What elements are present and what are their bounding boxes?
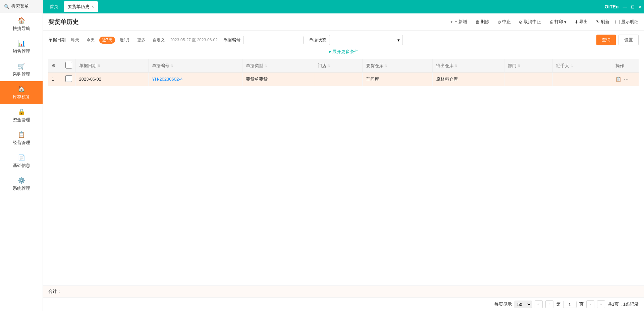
th-handler: 经手人 ⇅ — [552, 59, 612, 73]
cell-checkbox — [62, 73, 75, 86]
refresh-button[interactable]: ↻ 刷新 — [594, 17, 611, 26]
page-number-input[interactable] — [563, 301, 577, 308]
export-button[interactable]: ⬇ 导出 — [573, 17, 590, 26]
cell-req-warehouse: 车间库 — [363, 73, 433, 86]
last-page-button[interactable]: » — [597, 300, 605, 308]
date-filter-label: 单据日期 — [48, 37, 66, 43]
sidebar-item-finance[interactable]: 🔒 资金管理 — [0, 104, 43, 127]
th-store: 门店 ⇅ — [314, 59, 363, 73]
delete-button[interactable]: 🗑 删除 — [473, 17, 491, 26]
cell-department — [504, 73, 552, 86]
filter-area: 单据日期 昨天 今天 近7天 近1月 更多 自定义 2023-05-27 至 2… — [43, 31, 644, 59]
more-icon[interactable]: ⋯ — [624, 77, 629, 82]
refresh-label: 刷新 — [601, 19, 609, 25]
next-page-button[interactable]: › — [586, 300, 594, 308]
per-page-select[interactable]: 20 50 100 — [515, 301, 532, 308]
date-option-yesterday[interactable]: 昨天 — [68, 37, 82, 44]
sidebar-item-label: 库存核算 — [13, 94, 30, 100]
gear-icon: ⚙️ — [18, 177, 25, 184]
minimize-btn[interactable]: — — [623, 4, 627, 9]
select-all-checkbox[interactable] — [65, 62, 72, 69]
delete-icon: 🗑 — [475, 19, 480, 25]
sidebar-item-basic-info[interactable]: 📄 基础信息 — [0, 150, 43, 173]
th-doc-type: 单据类型 ⇅ — [243, 59, 314, 73]
maximize-btn[interactable]: ⊡ — [631, 4, 635, 9]
date-option-today[interactable]: 今天 — [84, 37, 97, 44]
sidebar-item-label: 快捷导航 — [13, 26, 30, 32]
search-menu-item[interactable]: 🔍 搜索菜单 — [0, 0, 43, 13]
tab-close-icon[interactable]: × — [92, 4, 94, 9]
date-option-custom[interactable]: 自定义 — [150, 37, 167, 44]
stop-button[interactable]: ⊘ 中止 — [495, 17, 513, 26]
cell-pending-warehouse: 原材料仓库 — [433, 73, 504, 86]
lock-icon: 🔒 — [18, 108, 25, 116]
sidebar-item-label: 经营管理 — [13, 140, 30, 146]
doc-number-input[interactable] — [243, 36, 304, 44]
search-menu-label: 搜索菜单 — [11, 3, 29, 9]
export-icon: ⬇ — [575, 19, 578, 25]
sort-icon: ⇅ — [264, 64, 267, 68]
sidebar-item-quick-nav[interactable]: 🏠 快捷导航 — [0, 13, 43, 36]
print-button[interactable]: 🖨 打印 ▾ — [547, 17, 569, 26]
first-page-button[interactable]: « — [535, 300, 543, 308]
new-label: + 新增 — [455, 19, 467, 25]
data-table: ⚙ 单据日期 ⇅ 单据编号 — [48, 59, 639, 86]
settings-button[interactable]: 设置 — [619, 35, 639, 45]
sidebar-item-purchase[interactable]: 🛒 采购管理 — [0, 58, 43, 81]
display-detail-button[interactable]: 显示明细 — [615, 19, 639, 25]
sidebar: 🔍 搜索菜单 🏠 快捷导航 📊 销售管理 🛒 采购管理 🏠 库存核算 🔒 资金管… — [0, 0, 43, 311]
doc-number-link[interactable]: YH-20230602-4 — [152, 77, 183, 82]
row-checkbox[interactable] — [65, 75, 72, 82]
print-icon: 🖨 — [549, 19, 553, 25]
cancel-stop-icon: ⊘ — [519, 19, 523, 25]
inventory-icon: 🏠 — [18, 85, 25, 93]
search-icon: 🔍 — [4, 4, 9, 9]
tab-home-label: 首页 — [50, 4, 58, 10]
close-btn[interactable]: × — [639, 4, 641, 9]
edit-icon[interactable]: 📋 — [615, 77, 621, 82]
table-row: 1 2023-06-02 YH-20230602-4 要货单要货 车间库 原材料… — [48, 73, 639, 86]
sidebar-item-sales[interactable]: 📊 销售管理 — [0, 36, 43, 58]
table-body: 1 2023-06-02 YH-20230602-4 要货单要货 车间库 原材料… — [48, 73, 639, 86]
cancel-stop-button[interactable]: ⊘ 取消中止 — [517, 17, 543, 26]
date-options: 昨天 今天 近7天 近1月 更多 自定义 — [68, 37, 167, 44]
sort-icon: ⇅ — [518, 64, 520, 68]
query-button[interactable]: 查询 — [596, 35, 616, 45]
dropdown-icon: ▾ — [397, 38, 400, 43]
stop-label: 中止 — [502, 19, 511, 25]
display-detail-checkbox[interactable] — [615, 20, 620, 24]
th-settings: ⚙ — [48, 59, 62, 73]
new-button[interactable]: ＋ + 新增 — [447, 17, 469, 26]
sidebar-item-label: 系统管理 — [13, 185, 30, 191]
expand-more-button[interactable]: ▾ 展开更多条件 — [329, 49, 359, 55]
date-option-1month[interactable]: 近1月 — [117, 37, 133, 44]
doc-number-label: 单据编号 — [223, 37, 240, 43]
cell-doc-type: 要货单要货 — [243, 73, 314, 86]
tab-requisition-history[interactable]: 要货单历史 × — [64, 1, 98, 12]
page-title: 要货单历史 — [48, 18, 447, 26]
date-option-more[interactable]: 更多 — [135, 37, 148, 44]
tab-bar: 首页 要货单历史 × OfTEn — ⊡ × — [43, 0, 644, 13]
th-action: 操作 — [612, 59, 639, 73]
sidebar-item-operations[interactable]: 📋 经营管理 — [0, 127, 43, 150]
th-doc-date: 单据日期 ⇅ — [75, 59, 148, 73]
doc-status-label: 单据状态 — [309, 37, 326, 43]
sidebar-item-label: 基础信息 — [13, 163, 30, 169]
stop-icon: ⊘ — [497, 19, 501, 25]
sort-icon: ⇅ — [170, 64, 173, 68]
expand-section: ▾ 展开更多条件 — [48, 47, 639, 55]
main-content: 首页 要货单历史 × OfTEn — ⊡ × 要货单历史 ＋ + 新增 🗑 — [43, 0, 644, 311]
filter-row-1: 单据日期 昨天 今天 近7天 近1月 更多 自定义 2023-05-27 至 2… — [48, 35, 639, 45]
page-content: 要货单历史 ＋ + 新增 🗑 删除 ⊘ 中止 ⊘ 取消中止 — [43, 13, 644, 311]
chart-icon: 📊 — [18, 40, 25, 47]
footer: 合计： — [43, 285, 644, 297]
doc-status-select[interactable]: ▾ — [329, 35, 403, 45]
doc-number-filter-group: 单据编号 — [223, 36, 304, 44]
sidebar-item-inventory[interactable]: 🏠 库存核算 — [0, 81, 43, 104]
date-option-7days[interactable]: 近7天 — [99, 37, 115, 44]
prev-page-button[interactable]: ‹ — [545, 300, 553, 308]
tab-home[interactable]: 首页 — [46, 1, 62, 12]
page-header: 要货单历史 ＋ + 新增 🗑 删除 ⊘ 中止 ⊘ 取消中止 — [43, 13, 644, 31]
sidebar-item-system[interactable]: ⚙️ 系统管理 — [0, 173, 43, 195]
th-department: 部门 ⇅ — [504, 59, 552, 73]
